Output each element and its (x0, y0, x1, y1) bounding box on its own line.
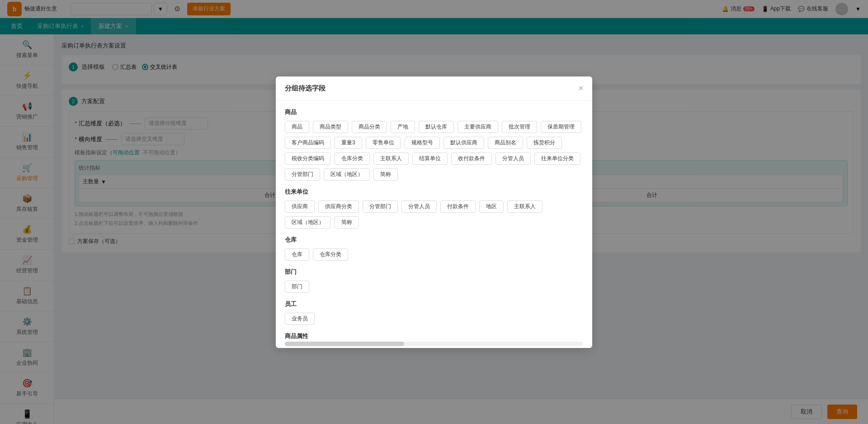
section-department-title: 部门 (285, 268, 583, 276)
field-tag-region-2[interactable]: 区域（地区） (285, 216, 331, 229)
section-partner: 往来单位 供应商 供应商分类 分管部门 分管人员 付款条件 地区 主联系人 区域… (285, 188, 583, 229)
field-tag-origin[interactable]: 产地 (391, 121, 415, 133)
section-warehouse: 仓库 仓库 仓库分类 (285, 236, 583, 261)
field-tag-main-supplier[interactable]: 主要供应商 (458, 121, 498, 133)
field-select-modal: 分组待选字段 × 商品 商品 商品类型 商品分类 产地 默认仓库 主要供应商 批… (276, 76, 592, 348)
field-tag-customer-code[interactable]: 客户商品编码 (285, 137, 331, 149)
modal-overlay: 分组待选字段 × 商品 商品 商品类型 商品分类 产地 默认仓库 主要供应商 批… (0, 0, 868, 424)
field-tag-region[interactable]: 区域（地区） (324, 168, 370, 181)
field-tag-expiry-mgmt[interactable]: 保质期管理 (541, 121, 581, 133)
field-tag-abbr[interactable]: 简称 (373, 168, 398, 181)
modal-title: 分组待选字段 (285, 84, 326, 93)
field-tag-staff-manage[interactable]: 分管人员 (401, 200, 437, 213)
section-partner-title: 往来单位 (285, 188, 583, 196)
field-tag-settlement-unit[interactable]: 结算单位 (412, 152, 448, 165)
field-tag-dept-mgmt[interactable]: 分管部门 (285, 168, 320, 181)
section-product-title: 商品 (285, 108, 583, 116)
field-tag-dept[interactable]: 部门 (285, 281, 309, 293)
field-tag-default-warehouse[interactable]: 默认仓库 (419, 121, 454, 133)
section-product-attr: 商品属性 属性 颜色 多规格 尺码 鞋码 1 (285, 332, 583, 340)
field-tag-product-alias[interactable]: 商品别名 (488, 137, 523, 149)
field-tag-supervisor[interactable]: 分管人员 (495, 152, 531, 165)
field-tag-warehouse[interactable]: 仓库 (285, 248, 309, 261)
field-tag-tax-code[interactable]: 税收分类编码 (285, 152, 331, 165)
field-tag-batch-mgmt[interactable]: 批次管理 (502, 121, 537, 133)
section-warehouse-title: 仓库 (285, 236, 583, 244)
field-tag-payment-cond[interactable]: 付款条件 (440, 200, 476, 213)
section-partner-tags: 供应商 供应商分类 分管部门 分管人员 付款条件 地区 主联系人 区域（地区） … (285, 200, 583, 229)
field-tag-payment-terms[interactable]: 收付款条件 (451, 152, 492, 165)
field-tag-weight[interactable]: 重量3 (335, 137, 362, 149)
section-department-tags: 部门 (285, 281, 583, 293)
field-tag-product[interactable]: 商品 (285, 121, 309, 133)
field-tag-warehouse-category[interactable]: 仓库分类 (335, 152, 370, 165)
field-tag-abbr-2[interactable]: 简称 (335, 216, 359, 229)
modal-body: 商品 商品 商品类型 商品分类 产地 默认仓库 主要供应商 批次管理 保质期管理… (276, 101, 592, 340)
field-tag-supplier-category[interactable]: 供应商分类 (318, 200, 359, 213)
field-tag-spec-model[interactable]: 规格型号 (405, 137, 440, 149)
section-employee-title: 员工 (285, 300, 583, 308)
modal-header: 分组待选字段 × (276, 76, 592, 101)
field-tag-supplier[interactable]: 供应商 (285, 200, 315, 213)
section-department: 部门 部门 (285, 268, 583, 293)
section-product: 商品 商品 商品类型 商品分类 产地 默认仓库 主要供应商 批次管理 保质期管理… (285, 108, 583, 181)
section-product-attr-title: 商品属性 (285, 332, 583, 340)
field-tag-default-supplier[interactable]: 默认供应商 (443, 137, 484, 149)
modal-hscrollbar[interactable] (285, 342, 583, 346)
section-warehouse-tags: 仓库 仓库分类 (285, 248, 583, 261)
field-tag-product-type[interactable]: 商品类型 (313, 121, 348, 133)
field-tag-warehouse-cat[interactable]: 仓库分类 (313, 248, 348, 261)
section-product-tags: 商品 商品类型 商品分类 产地 默认仓库 主要供应商 批次管理 保质期管理 客户… (285, 121, 583, 181)
field-tag-main-contact-2[interactable]: 主联系人 (507, 200, 542, 213)
field-tag-pick-score[interactable]: 拣货积分 (527, 137, 562, 149)
section-employee-tags: 业务员 (285, 313, 583, 325)
field-tag-partner-category[interactable]: 往来单位分类 (534, 152, 580, 165)
section-employee: 员工 业务员 (285, 300, 583, 325)
field-tag-main-contact[interactable]: 主联系人 (373, 152, 409, 165)
field-tag-district[interactable]: 地区 (479, 200, 504, 213)
field-tag-product-category[interactable]: 商品分类 (352, 121, 387, 133)
modal-hscrollbar-thumb (285, 342, 404, 346)
field-tag-dept-manage[interactable]: 分管部门 (363, 200, 398, 213)
field-tag-retail-unit[interactable]: 零售单位 (366, 137, 401, 149)
modal-close-button[interactable]: × (578, 84, 583, 93)
field-tag-salesperson[interactable]: 业务员 (285, 313, 315, 325)
